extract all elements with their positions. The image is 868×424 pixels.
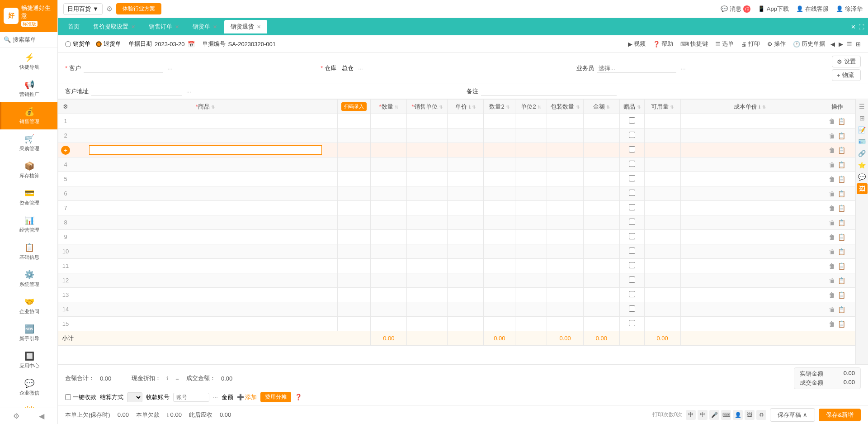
save-new-btn[interactable]: 保存&新增 [819, 409, 861, 421]
col-amount-sort[interactable]: ⇅ [606, 105, 610, 110]
history-btn[interactable]: 🕐 历史单据 [791, 39, 827, 49]
gift-checkbox-13[interactable] [629, 291, 635, 297]
notification-item[interactable]: 💬 消息 70 [721, 5, 750, 13]
user-avatar[interactable]: 👤 徐泽华 [836, 5, 863, 13]
gift-checkbox-11[interactable] [629, 262, 635, 268]
unit-price-info-icon[interactable]: ℹ [469, 104, 471, 110]
delete-icon-3[interactable]: 🗑 [829, 147, 835, 154]
salesman-dots-btn[interactable]: ··· [681, 65, 686, 72]
calendar-icon[interactable]: 📅 [188, 41, 195, 48]
tab-home[interactable]: 首页 [61, 20, 86, 33]
copy-icon-4[interactable]: 📋 [838, 161, 845, 168]
cost-price-info-icon[interactable]: ℹ [759, 104, 760, 110]
copy-icon-12[interactable]: 📋 [838, 277, 845, 284]
right-panel-grid-icon[interactable]: ⊞ [857, 113, 868, 124]
history-next-icon[interactable]: ▶ [839, 41, 843, 48]
gift-checkbox-9[interactable] [629, 233, 635, 239]
right-panel-star-icon[interactable]: ⭐ [857, 160, 868, 171]
copy-icon-14[interactable]: 📋 [838, 306, 845, 313]
sidebar-collapse-btn[interactable]: ◀ [39, 412, 44, 420]
tab-close-sales-order[interactable]: ✕ [175, 24, 179, 30]
view-list-icon[interactable]: ☰ [847, 41, 852, 48]
calc-method-select[interactable] [127, 392, 142, 402]
tab-window-close-icon[interactable]: ✕ [851, 24, 856, 30]
delete-icon-1[interactable]: 🗑 [829, 118, 835, 125]
fee-split-help-icon[interactable]: ❓ [295, 394, 302, 400]
gift-checkbox-2[interactable] [629, 132, 635, 138]
sidebar-item-system[interactable]: ⚙️ 系统管理 [0, 265, 57, 292]
col-unit2-sort[interactable]: ⇅ [538, 105, 541, 110]
help-btn[interactable]: ❓ 帮助 [651, 39, 675, 49]
gift-checkbox-14[interactable] [629, 305, 635, 312]
right-panel-id-icon[interactable]: 🪪 [857, 136, 868, 147]
topbar-gear-icon[interactable]: ⚙ [106, 5, 113, 13]
fee-split-btn[interactable]: 费用分摊 [260, 392, 291, 402]
sidebar-item-basic-info[interactable]: 📋 基础信息 [0, 238, 57, 265]
copy-icon-1[interactable]: 📋 [838, 118, 845, 125]
operation-btn[interactable]: ⚙ 操作 [765, 39, 788, 49]
tab-close-sales[interactable]: ✕ [213, 24, 217, 30]
search-menu-item[interactable]: 🔍 搜索菜单 [0, 32, 57, 48]
sidebar-item-enterprise[interactable]: 🤝 企业协同 [0, 292, 57, 319]
toolbar-icon-3[interactable]: 🎤 [709, 410, 719, 420]
tab-price-extract[interactable]: 售价提取设置 ✕ [87, 20, 142, 33]
toolbar-icon-1[interactable]: 中 [686, 410, 696, 420]
copy-icon-7[interactable]: 📋 [838, 205, 845, 212]
customer-input[interactable] [84, 64, 163, 73]
right-panel-link-icon[interactable]: 🔗 [857, 148, 868, 159]
delete-icon-14[interactable]: 🗑 [829, 306, 835, 313]
delete-icon-8[interactable]: 🗑 [829, 219, 835, 226]
tab-close-price-extract[interactable]: ✕ [131, 24, 135, 30]
warehouse-dots-btn[interactable]: ··· [358, 65, 363, 72]
due-info-icon[interactable]: ℹ [167, 412, 169, 418]
select-btn[interactable]: ☰ 选单 [713, 39, 736, 49]
col-qty2-sort[interactable]: ⇅ [506, 105, 509, 110]
sidebar-item-purchase[interactable]: 🛒 采购管理 [0, 129, 57, 157]
col-product-sort[interactable]: ⇅ [211, 105, 215, 110]
history-prev-icon[interactable]: ◀ [830, 41, 835, 48]
gift-checkbox-6[interactable] [629, 190, 635, 196]
delete-icon-2[interactable]: 🗑 [829, 132, 835, 139]
gift-checkbox-10[interactable] [629, 248, 635, 254]
gear-icon[interactable]: ⚙ [63, 103, 68, 110]
copy-icon-3[interactable]: 📋 [838, 147, 845, 154]
right-panel-chat-icon[interactable]: 💬 [857, 172, 868, 182]
sidebar-item-finance[interactable]: 💳 资金管理 [0, 184, 57, 211]
delete-icon-12[interactable]: 🗑 [829, 277, 835, 284]
sidebar-item-member[interactable]: 👑 畅会员 [0, 401, 57, 408]
online-service-item[interactable]: 👤 在线客服 [796, 5, 829, 13]
sidebar-item-marketing[interactable]: 📢 营销推广 [0, 75, 57, 102]
address-input[interactable] [91, 87, 182, 96]
tab-close-sales-return[interactable]: ✕ [257, 24, 261, 30]
scan-btn[interactable]: 扫码录入 [341, 102, 367, 111]
col-sales-unit-sort[interactable]: ⇅ [439, 105, 443, 110]
col-pkg-qty-sort[interactable]: ⇅ [576, 105, 580, 110]
one-key-cashier-label[interactable]: 一键收款 [65, 393, 96, 401]
experience-btn[interactable]: 体验行业方案 [116, 3, 161, 14]
gift-checkbox-1[interactable] [629, 117, 635, 124]
tab-sales-order[interactable]: 销售订单 ✕ [142, 20, 185, 33]
delete-icon-4[interactable]: 🗑 [829, 161, 835, 168]
print-btn[interactable]: 🖨 打印 [739, 39, 762, 49]
delete-icon-15[interactable]: 🗑 [829, 320, 835, 328]
customer-dots-btn[interactable]: ··· [168, 65, 173, 72]
tab-sales-return[interactable]: 销货退货 ✕ [224, 20, 267, 33]
tab-sales[interactable]: 销货单 ✕ [186, 20, 223, 33]
col-cost-sort[interactable]: ⇅ [762, 105, 766, 110]
col-quantity-sort[interactable]: ⇅ [395, 105, 398, 110]
col-unit-price-sort[interactable]: ⇅ [472, 105, 476, 110]
gift-checkbox-5[interactable] [629, 175, 635, 181]
toolbar-icon-4[interactable]: ⌨ [721, 410, 731, 420]
copy-icon-9[interactable]: 📋 [838, 233, 845, 241]
account-dots-btn[interactable]: ··· [213, 394, 218, 400]
delete-icon-7[interactable]: 🗑 [829, 205, 835, 212]
sidebar-item-app-center[interactable]: 🔲 应用中心 [0, 347, 57, 374]
remark-input[interactable] [481, 87, 617, 96]
toolbar-icon-2[interactable]: 中 [698, 410, 708, 420]
col-available-sort[interactable]: ⇅ [670, 105, 674, 110]
account-number-input[interactable] [173, 393, 209, 402]
add-row-btn[interactable]: + [61, 146, 70, 155]
sidebar-item-operations[interactable]: 📊 经营管理 [0, 211, 57, 238]
toolbar-icon-5[interactable]: 👤 [733, 410, 743, 420]
right-panel-note-icon[interactable]: 📝 [857, 124, 868, 135]
